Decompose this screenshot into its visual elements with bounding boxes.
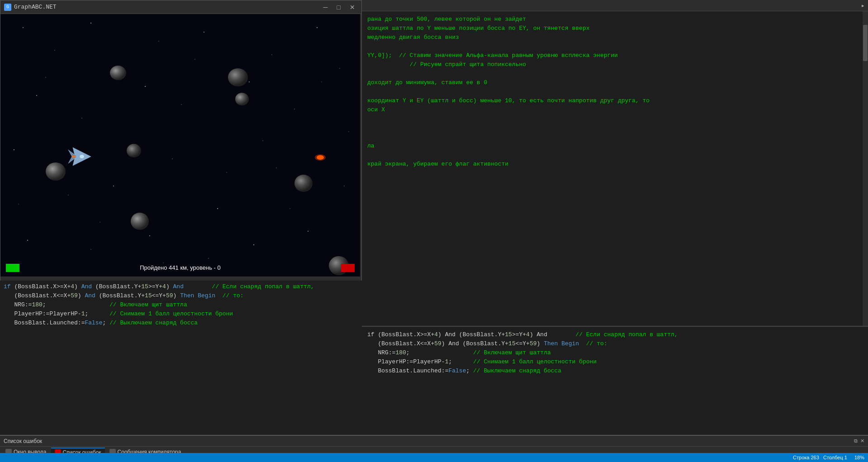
- svg-point-2: [90, 23, 91, 24]
- code-line-7: [367, 69, 863, 78]
- health-bar-red: [341, 264, 355, 272]
- code-line-5: YY,0]); // Ставим значение Альфа-канала …: [367, 51, 863, 60]
- svg-point-6: [317, 27, 318, 28]
- svg-point-35: [163, 262, 163, 263]
- window-title: GraphABC.NET: [14, 4, 57, 10]
- svg-point-13: [294, 109, 295, 110]
- error-title-controls: ⧉ ✕: [854, 438, 864, 444]
- close-button[interactable]: ✕: [347, 3, 358, 12]
- svg-point-20: [308, 231, 308, 232]
- bottom-code-panel: if (BossBlast.X>=X+4) And (BossBlast.Y+1…: [362, 326, 868, 435]
- svg-point-28: [194, 59, 195, 59]
- code-line-12: [367, 114, 863, 124]
- error-close-button[interactable]: ✕: [860, 438, 864, 444]
- svg-point-4: [204, 32, 204, 33]
- svg-point-22: [27, 240, 28, 241]
- svg-point-18: [217, 208, 218, 209]
- svg-point-41: [46, 162, 66, 181]
- code-line-1: рана до точки 500, левее которой он не з…: [367, 15, 863, 24]
- error-panel-title: Список ошибок: [4, 438, 42, 444]
- svg-point-36: [289, 208, 290, 209]
- svg-point-24: [149, 235, 150, 236]
- maximize-button[interactable]: □: [334, 3, 343, 12]
- svg-point-43: [131, 213, 149, 230]
- code-line: (BossBlast.X<=X+59) And (BossBlast.Y+15<…: [4, 291, 358, 300]
- svg-point-14: [14, 149, 14, 150]
- game-canvas: Пройдено 441 км, уровень - 0: [0, 14, 360, 276]
- svg-point-23: [90, 249, 91, 250]
- bottom-code-line-4: PlayerHP:=PlayerHP-1; // Снимаем 1 балл …: [367, 357, 863, 367]
- bottom-code-line-1: if (BossBlast.X>=X+4) And (BossBlast.Y+1…: [367, 330, 863, 339]
- svg-point-19: [262, 140, 263, 141]
- svg-point-34: [100, 222, 100, 222]
- game-window: G GraphABC.NET ─ □ ✕: [0, 0, 362, 285]
- bottom-code-line-2: (BossBlast.X<=X+59) And (BossBlast.Y+15<…: [367, 339, 863, 348]
- svg-point-51: [315, 154, 326, 161]
- title-controls: ─ □ ✕: [321, 3, 358, 12]
- code-line-13: [367, 124, 863, 133]
- svg-point-10: [145, 86, 146, 87]
- code-line: if (BossBlast.X>=X+4) And (BossBlast.Y+1…: [4, 282, 358, 291]
- svg-point-25: [208, 258, 209, 259]
- svg-point-29: [276, 167, 276, 168]
- bottom-code-line-3: NRG:=180; // Включаем щит шаттла: [367, 348, 863, 357]
- svg-point-49: [72, 155, 76, 158]
- editor-status-bar: Строка 263 Столбец 1 18%: [362, 453, 868, 462]
- svg-point-37: [110, 66, 126, 80]
- stars-background: [0, 14, 360, 276]
- code-line-8: доходит до минимума, ставим ее в 0: [367, 78, 863, 87]
- code-line-15: ла: [367, 142, 863, 151]
- svg-point-5: [271, 54, 272, 55]
- left-code-panel: if (BossBlast.X>=X+4) And (BossBlast.Y+1…: [0, 281, 362, 326]
- scrollbar-thumb[interactable]: [863, 25, 868, 61]
- svg-point-40: [127, 144, 141, 157]
- svg-point-16: [113, 186, 114, 186]
- code-line-11: оси X: [367, 105, 863, 114]
- col-value: 1: [844, 455, 847, 460]
- svg-point-32: [226, 172, 227, 172]
- code-line-6: // Рисуем спрайт щита попиксельно: [367, 60, 863, 69]
- error-float-button[interactable]: ⧉: [854, 438, 858, 444]
- code-editor: ▸ рана до точки 500, левее которой он не…: [362, 0, 868, 326]
- col-label: Столбец: [823, 455, 843, 460]
- code-line-16: [367, 151, 863, 160]
- svg-point-12: [249, 81, 250, 82]
- health-bar-green: [6, 264, 19, 272]
- minimize-button[interactable]: ─: [321, 3, 331, 12]
- code-line-9: [367, 87, 863, 96]
- zoom-status: 18%: [854, 455, 864, 460]
- code-line-14: [367, 133, 863, 142]
- svg-point-11: [181, 104, 182, 105]
- title-left: G GraphABC.NET: [4, 4, 57, 11]
- game-status-bar: [0, 453, 362, 462]
- code-line: BossBlast.Launched:=False; // Выключаем …: [4, 319, 358, 326]
- hud-status-text: Пройдено 441 км, уровень - 0: [140, 264, 221, 271]
- error-title-bar: Список ошибок ⧉ ✕: [0, 436, 868, 447]
- svg-point-48: [80, 155, 84, 158]
- svg-point-8: [36, 95, 37, 96]
- svg-point-0: [23, 27, 24, 28]
- svg-point-31: [18, 204, 19, 204]
- svg-point-27: [45, 77, 46, 77]
- code-line: NRG:=180; // Включаем щит шаттла: [4, 300, 358, 310]
- svg-point-9: [81, 118, 82, 119]
- svg-point-30: [321, 81, 322, 82]
- code-line-17: край экрана, убираем его флаг активности: [367, 160, 863, 169]
- svg-point-38: [228, 68, 248, 86]
- svg-point-1: [54, 50, 55, 51]
- row-status: Строка 263 Столбец 1: [793, 455, 847, 460]
- toolbar-collapse-btn[interactable]: ▸: [860, 2, 866, 10]
- title-bar: G GraphABC.NET ─ □ ✕: [0, 0, 361, 14]
- svg-point-39: [235, 93, 249, 105]
- bottom-code-line-5: BossBlast.Launched:=False; // Выключаем …: [367, 367, 863, 376]
- editor-scrollbar[interactable]: [863, 11, 868, 326]
- code-line: PlayerHP:=PlayerHP-1; // Снимаем 1 балл …: [4, 310, 358, 319]
- svg-point-3: [158, 41, 159, 42]
- app-icon: G: [4, 4, 11, 11]
- spaceship: [68, 148, 91, 166]
- code-line-4: [367, 42, 863, 51]
- code-content: рана до точки 500, левее которой он не з…: [362, 11, 868, 326]
- svg-point-7: [339, 68, 340, 69]
- editor-toolbar: ▸: [362, 0, 868, 11]
- code-line-2: озиция шаттла по Y меньше позиции босса …: [367, 24, 863, 33]
